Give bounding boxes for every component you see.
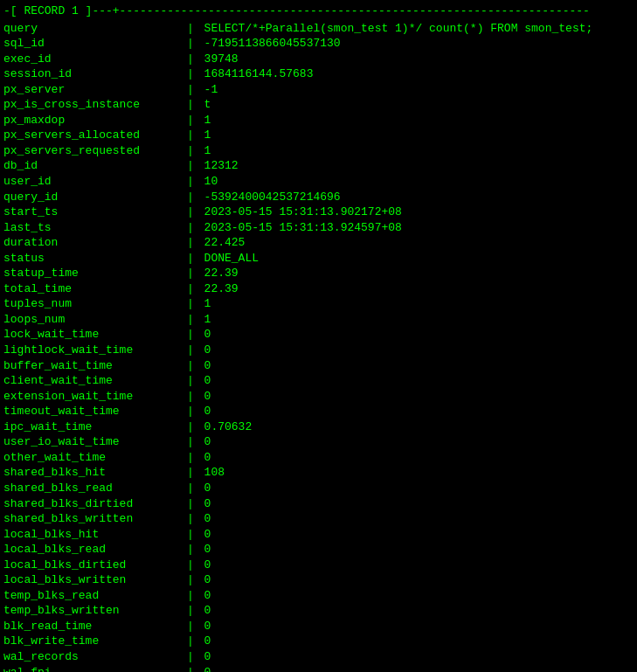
table-row: start_ts | 2023-05-15 15:31:13.902172+08 <box>3 204 634 220</box>
field-value: 1 <box>204 128 211 143</box>
field-value: 0 <box>204 542 211 558</box>
table-row: sql_id | -7195113866045537130 <box>3 36 634 52</box>
field-separator: | <box>187 343 201 358</box>
field-separator: | <box>187 373 201 389</box>
field-name: client_wait_time <box>3 373 187 389</box>
table-row: px_server | -1 <box>3 82 634 98</box>
field-separator: | <box>187 358 201 374</box>
field-name: local_blks_written <box>3 572 187 588</box>
field-separator: | <box>187 404 201 419</box>
field-name: px_servers_requested <box>3 143 187 159</box>
field-name: px_server <box>3 82 187 98</box>
field-value: SELECT/*+Parallel(smon_test 1)*/ count(*… <box>204 21 593 37</box>
table-row: px_maxdop | 1 <box>3 113 634 128</box>
field-name: user_id <box>3 174 187 190</box>
table-row: tuples_num | 1 <box>3 296 634 312</box>
field-separator: | <box>187 389 201 405</box>
table-row: timeout_wait_time | 0 <box>3 404 634 419</box>
field-value: 108 <box>204 465 225 481</box>
field-name: status <box>3 251 187 267</box>
table-row: blk_write_time | 0 <box>3 634 634 649</box>
data-rows: query | SELECT/*+Parallel(smon_test 1)*/… <box>3 21 634 672</box>
field-name: local_blks_read <box>3 542 187 558</box>
field-value: -7195113866045537130 <box>204 36 341 52</box>
field-separator: | <box>187 204 201 220</box>
table-row: extension_wait_time | 0 <box>3 389 634 405</box>
table-row: shared_blks_read | 0 <box>3 481 634 496</box>
field-name: ipc_wait_time <box>3 419 187 435</box>
field-name: tuples_num <box>3 296 187 312</box>
field-name: sql_id <box>3 36 187 52</box>
field-separator: | <box>187 496 201 512</box>
field-name: px_maxdop <box>3 113 187 128</box>
field-separator: | <box>187 190 201 205</box>
field-value: 0 <box>204 511 211 527</box>
table-row: status | DONE_ALL <box>3 251 634 267</box>
field-separator: | <box>187 82 201 98</box>
field-separator: | <box>187 588 201 604</box>
table-row: loops_num | 1 <box>3 312 634 328</box>
field-name: query_id <box>3 190 187 205</box>
field-name: total_time <box>3 281 187 297</box>
field-separator: | <box>187 52 201 67</box>
table-row: px_servers_requested | 1 <box>3 143 634 159</box>
field-value: 1 <box>204 143 211 159</box>
field-value: 0 <box>204 404 211 419</box>
field-separator: | <box>187 450 201 466</box>
table-row: query | SELECT/*+Parallel(smon_test 1)*/… <box>3 21 634 37</box>
field-separator: | <box>187 634 201 649</box>
field-separator: | <box>187 527 201 543</box>
field-value: 22.39 <box>204 281 239 297</box>
field-separator: | <box>187 97 201 113</box>
field-name: shared_blks_read <box>3 481 187 496</box>
table-row: user_io_wait_time | 0 <box>3 434 634 450</box>
field-value: 0 <box>204 527 211 543</box>
table-row: total_time | 22.39 <box>3 281 634 297</box>
table-row: user_id | 10 <box>3 174 634 190</box>
field-name: px_is_cross_instance <box>3 97 187 113</box>
table-row: statup_time | 22.39 <box>3 266 634 281</box>
field-separator: | <box>187 113 201 128</box>
field-value: 0 <box>204 649 211 665</box>
field-separator: | <box>187 143 201 159</box>
field-name: session_id <box>3 66 187 82</box>
field-value: 0 <box>204 619 211 634</box>
field-value: 10 <box>204 174 218 190</box>
field-separator: | <box>187 465 201 481</box>
field-separator: | <box>187 327 201 343</box>
field-separator: | <box>187 251 201 267</box>
field-separator: | <box>187 434 201 450</box>
field-name: query <box>3 21 187 37</box>
field-name: start_ts <box>3 204 187 220</box>
field-value: 0 <box>204 558 211 573</box>
field-value: 1 <box>204 312 211 328</box>
field-separator: | <box>187 649 201 665</box>
table-row: buffer_wait_time | 0 <box>3 358 634 374</box>
field-value: 0 <box>204 434 211 450</box>
field-name: exec_id <box>3 52 187 67</box>
table-row: client_wait_time | 0 <box>3 373 634 389</box>
field-name: temp_blks_written <box>3 603 187 619</box>
field-name: user_io_wait_time <box>3 434 187 450</box>
field-value: 0 <box>204 389 211 405</box>
field-separator: | <box>187 419 201 435</box>
table-row: temp_blks_read | 0 <box>3 588 634 604</box>
field-name: local_blks_hit <box>3 527 187 543</box>
field-value: 0 <box>204 572 211 588</box>
table-row: local_blks_written | 0 <box>3 572 634 588</box>
field-separator: | <box>187 481 201 496</box>
field-name: blk_write_time <box>3 634 187 649</box>
field-name: blk_read_time <box>3 619 187 634</box>
table-row: px_servers_allocated | 1 <box>3 128 634 143</box>
field-value: 22.39 <box>204 266 239 281</box>
table-row: local_blks_dirtied | 0 <box>3 558 634 573</box>
field-separator: | <box>187 665 201 672</box>
table-row: exec_id | 39748 <box>3 52 634 67</box>
field-name: buffer_wait_time <box>3 358 187 374</box>
field-separator: | <box>187 66 201 82</box>
table-row: wal_fpi | 0 <box>3 665 634 672</box>
field-name: timeout_wait_time <box>3 404 187 419</box>
field-value: 0 <box>204 481 211 496</box>
table-row: shared_blks_dirtied | 0 <box>3 496 634 512</box>
field-name: wal_records <box>3 649 187 665</box>
